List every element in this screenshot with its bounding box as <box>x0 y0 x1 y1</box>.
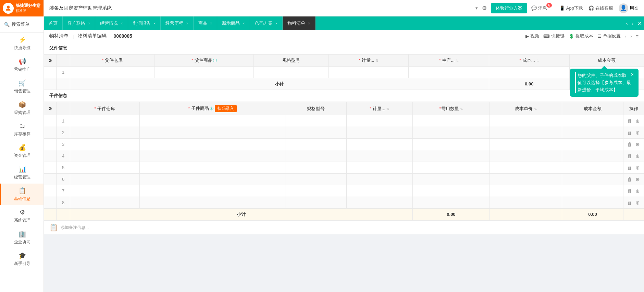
delete-icon-r5[interactable]: 🗑 <box>627 165 632 171</box>
child-th-cost-amount: 成本金额 <box>562 102 623 115</box>
tab-new-goods-close[interactable]: × <box>243 21 245 25</box>
action-view[interactable]: ▶ 视频 <box>525 33 539 39</box>
tab-profit[interactable]: 利润报告 × <box>128 16 161 30</box>
tooltip-close-btn[interactable]: × <box>631 72 634 77</box>
sidebar-item-sales[interactable]: 🛒 销售管理 <box>0 76 44 97</box>
child-r2-unit-cost[interactable] <box>490 127 562 139</box>
tab-history-close[interactable]: × <box>186 21 188 25</box>
cost-label: 提取成本 <box>575 33 593 39</box>
parent-r1-goods[interactable] <box>154 67 254 78</box>
parent-r1-cost[interactable] <box>489 67 569 78</box>
tab-goods-label: 商品 <box>198 20 207 26</box>
copy-icon-r3[interactable]: ⊕ <box>635 141 640 147</box>
parent-r1-unit[interactable] <box>328 67 409 78</box>
settings-label: 单据设置 <box>603 33 621 39</box>
page-grid[interactable]: ≡ <box>636 34 639 39</box>
action-settings[interactable]: ☰ 单据设置 <box>597 33 621 39</box>
child-r7-setting <box>44 185 57 197</box>
tab-barcode-close[interactable]: × <box>275 21 277 25</box>
app-download-button[interactable]: 📱 App下载 <box>559 5 583 11</box>
child-r1-qty[interactable] <box>412 115 490 127</box>
tab-customer-close[interactable]: × <box>88 21 90 25</box>
sidebar-item-guide[interactable]: 🎓 新手引导 <box>0 248 44 270</box>
search-label: 搜索菜单 <box>12 21 29 27</box>
tab-close-all[interactable]: ✕ <box>635 20 644 27</box>
copy-icon-r7[interactable]: ⊕ <box>635 188 640 194</box>
copy-icon-r2[interactable]: ⊕ <box>635 130 640 136</box>
copy-icon-r6[interactable]: ⊕ <box>635 176 640 182</box>
parent-th-setting[interactable]: ⚙ <box>44 55 57 67</box>
copy-icon-r4[interactable]: ⊕ <box>635 153 640 159</box>
trial-button[interactable]: 体验行业方案 <box>491 3 527 13</box>
user-area[interactable]: 👤 用友 <box>619 3 639 13</box>
parent-r1-production[interactable] <box>409 67 489 78</box>
copy-icon-r8[interactable]: ⊕ <box>635 200 640 206</box>
delete-icon-r6[interactable]: 🗑 <box>627 176 632 182</box>
tab-home-label: 首页 <box>49 20 58 26</box>
breadcrumb-bom: 物料清单 <box>49 33 69 39</box>
sidebar-item-basic-info[interactable]: 📋 基础信息 <box>0 184 44 205</box>
notes-placeholder[interactable]: 添加备注信息... <box>61 225 89 231</box>
child-r1-warehouse[interactable] <box>70 115 140 127</box>
tab-bom-close[interactable]: × <box>308 21 310 25</box>
child-r2-unit[interactable] <box>346 127 412 139</box>
search-icon: 🔍 <box>4 22 10 27</box>
child-r2-cost-amount[interactable] <box>562 127 623 139</box>
tab-prev-arrow[interactable]: ‹ <box>624 21 630 26</box>
copy-icon-r5[interactable]: ⊕ <box>635 165 640 171</box>
tab-ops-status-close[interactable]: × <box>121 21 123 25</box>
child-r1-cost-amount[interactable] <box>562 115 623 127</box>
delete-icon-r4[interactable]: 🗑 <box>627 153 632 159</box>
child-r2-warehouse[interactable] <box>70 127 140 139</box>
delete-icon-r1[interactable]: 🗑 <box>627 118 632 124</box>
child-r1-goods[interactable] <box>139 115 285 127</box>
action-shortcut[interactable]: ⌨ 快捷键 <box>543 33 565 39</box>
child-r2-qty[interactable] <box>412 127 490 139</box>
delete-icon-r3[interactable]: 🗑 <box>627 141 632 147</box>
child-th-setting[interactable]: ⚙ <box>44 102 57 115</box>
sidebar-item-quick-nav[interactable]: ⚡ 快捷导航 <box>0 33 44 54</box>
delete-icon-r2[interactable]: 🗑 <box>627 130 632 136</box>
delete-icon-r8[interactable]: 🗑 <box>627 200 632 206</box>
parent-row-1: 1 <box>44 67 644 78</box>
sidebar-item-operations[interactable]: 📊 经营管理 <box>0 162 44 184</box>
child-r1-unit[interactable] <box>346 115 412 127</box>
page-prev[interactable]: ‹ <box>625 34 626 39</box>
sidebar-item-finance[interactable]: 💰 资金管理 <box>0 140 44 162</box>
tab-next-arrow[interactable]: › <box>630 21 635 26</box>
tab-barcode[interactable]: 条码方案 × <box>250 16 283 30</box>
search-menu-button[interactable]: 🔍 搜索菜单 <box>3 19 41 30</box>
tab-ops-status[interactable]: 经营情况 × <box>95 16 128 30</box>
sidebar-item-purchase[interactable]: 📦 采购管理 <box>0 97 44 119</box>
child-th-warehouse: * 子件仓库 <box>70 102 140 115</box>
tab-home[interactable]: 首页 <box>44 16 63 30</box>
page-next[interactable]: › <box>630 34 632 39</box>
parent-subtotal-num <box>57 78 70 90</box>
parent-r1-warehouse[interactable] <box>70 67 154 78</box>
scan-btn[interactable]: 扫码录入 <box>215 105 237 112</box>
tab-goods[interactable]: 商品 × <box>194 16 217 30</box>
child-r2-spec[interactable] <box>285 127 346 139</box>
child-r1-num: 1 <box>57 115 70 127</box>
tab-goods-close[interactable]: × <box>210 21 212 25</box>
tab-history[interactable]: 经营历程 × <box>161 16 193 30</box>
tab-customer[interactable]: 客户联络 × <box>63 16 95 30</box>
delete-icon-r7[interactable]: 🗑 <box>627 188 632 194</box>
child-r2-goods[interactable] <box>139 127 285 139</box>
parent-r1-spec[interactable] <box>254 67 328 78</box>
tab-profit-close[interactable]: × <box>153 21 156 25</box>
sidebar-item-inventory[interactable]: 🗂 库存核算 <box>0 119 44 140</box>
online-service-button[interactable]: 🎧 在线客服 <box>589 5 613 11</box>
dropdown-icon[interactable]: ▾ <box>475 5 478 11</box>
action-cost[interactable]: 💲 提取成本 <box>569 33 593 39</box>
sidebar-item-enterprise[interactable]: 🏢 企业协同 <box>0 227 44 248</box>
message-button[interactable]: 💬 消息 6 <box>531 5 554 11</box>
copy-icon-r1[interactable]: ⊕ <box>635 118 640 124</box>
sidebar-item-marketing[interactable]: 📢 营销推广 <box>0 54 44 76</box>
gear-icon[interactable]: ⚙ <box>482 5 487 11</box>
tab-new-goods[interactable]: 新增商品 × <box>217 16 250 30</box>
child-r1-unit-cost[interactable] <box>490 115 562 127</box>
child-r1-spec[interactable] <box>285 115 346 127</box>
sidebar-item-system[interactable]: ⚙ 系统管理 <box>0 205 44 227</box>
tab-bom[interactable]: 物料清单 × <box>283 16 315 30</box>
